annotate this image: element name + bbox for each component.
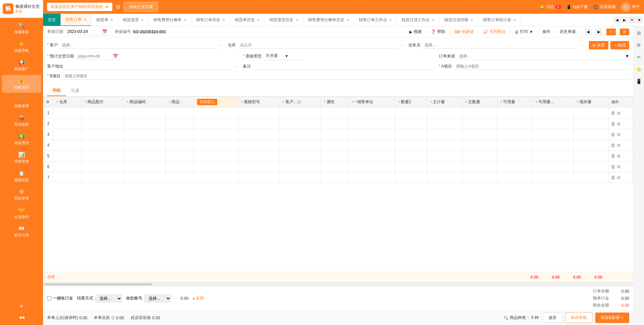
right-panel-icon-2[interactable]: ⚙	[635, 41, 643, 49]
right-panel-icon-1[interactable]: ⊞	[635, 29, 643, 37]
tab-prev-btn[interactable]: ◀	[614, 16, 620, 23]
customer-input[interactable]	[60, 42, 217, 49]
salesperson-dots[interactable]: ···	[580, 43, 583, 48]
scroll-thumb[interactable]	[44, 283, 152, 285]
print-dropdown-icon[interactable]: ▼	[529, 30, 533, 34]
b-project-input[interactable]	[63, 73, 629, 80]
ops-btn[interactable]: 操作	[542, 29, 551, 35]
save-draft-btn[interactable]: 保存草稿	[565, 313, 593, 323]
sidebar-item-search[interactable]: 🔍 搜索菜单	[2, 19, 41, 37]
row-qty2-1[interactable]	[395, 108, 427, 118]
salesperson-input[interactable]	[422, 42, 578, 49]
th-warehouse[interactable]: ⇅仓库	[53, 97, 82, 108]
table-container[interactable]: ⚙ ⇅仓库 ⇅商品图片 ⇅商品编码 ⇅商品 扫码录入 ⇅规格型号 ⇅	[43, 96, 633, 272]
calendar-icon[interactable]: 📅	[102, 29, 107, 34]
print-btn[interactable]: 🖨 打印 ▼	[515, 29, 533, 35]
right-panel-icon-4[interactable]: ⭐	[635, 65, 643, 73]
scan-btn[interactable]: 扫码录入	[197, 99, 217, 105]
tab-order-stats[interactable]: 销售订单统计表 ✕	[478, 14, 521, 26]
th-settings[interactable]: ⚙	[43, 97, 53, 108]
customer-addr-input[interactable]	[65, 63, 232, 70]
form-grid-btn[interactable]: ⊞	[620, 29, 629, 35]
tab-expense-split[interactable]: 销售费用分摊单 ✕	[149, 14, 191, 26]
horizontal-scrollbar[interactable]	[43, 282, 633, 286]
tab-close-sales-invoice[interactable]: ✕	[110, 18, 113, 22]
addr-dots[interactable]: ···	[234, 64, 237, 69]
row-spec-1[interactable]	[238, 108, 280, 118]
tab-close-invoice-history[interactable]: ✕	[257, 18, 260, 22]
delete-icon[interactable]: 🗑	[611, 143, 615, 148]
tab-daily-workbench[interactable]: 钱货日清工作台 ✕	[397, 14, 440, 26]
tab-home[interactable]: 首页	[43, 14, 61, 26]
tab-close-all-btn[interactable]: ✕	[629, 16, 635, 23]
shortcut-btn[interactable]: ⌨ 快捷键	[454, 29, 473, 35]
user-menu-btn[interactable]: U 用户	[621, 2, 640, 12]
delete-icon[interactable]: 🗑	[611, 153, 615, 159]
th-scan[interactable]: 扫码录入	[194, 97, 238, 108]
one-click-checkbox[interactable]	[47, 296, 51, 300]
row-unit-1[interactable]	[349, 108, 395, 118]
profit-btn[interactable]: 📈 毛利预估	[483, 29, 505, 35]
system-name-dropdown[interactable]: 装备及固定资产辅助管理系统 ▼	[47, 3, 112, 11]
view-btn[interactable]: ▶ 视频	[409, 29, 422, 35]
tab-order-history[interactable]: 销售订单历史 ✕	[191, 14, 230, 26]
expected-date-input[interactable]	[78, 54, 112, 58]
setting-btn[interactable]: ⚙ 放弃 设置	[589, 41, 608, 49]
sidebar-item-basic-info[interactable]: 📋 基础信息	[2, 167, 41, 185]
customer-dots[interactable]: ···	[219, 43, 222, 48]
remark-input[interactable]	[253, 63, 433, 70]
tab-next-btn[interactable]: ▶	[621, 16, 628, 23]
sidebar-item-collab[interactable]: 🤝 企业协同	[2, 204, 41, 222]
row-code-1[interactable]	[124, 108, 166, 118]
tab-close-expense-split[interactable]: ✕	[184, 18, 186, 22]
history-btn[interactable]: 历史单据	[560, 29, 576, 35]
th-main-qty[interactable]: ⇅主数量	[462, 97, 497, 108]
form-list-btn[interactable]: ≡	[606, 29, 616, 35]
th-unit[interactable]: ⇅*销售单位	[349, 97, 395, 108]
sidebar-item-system[interactable]: ⚙ 系统管理	[2, 186, 41, 204]
tab-sales-invoice[interactable]: 销货单 ✕	[91, 14, 118, 26]
tab-return-history[interactable]: 销货退货历史 ✕	[265, 14, 303, 26]
delete-icon[interactable]: 🗑	[611, 164, 615, 169]
detail-tab-summary[interactable]: 汇总	[66, 86, 85, 96]
date-input[interactable]	[67, 29, 101, 34]
tab-order-workbench[interactable]: 销售订单工作台 ✕	[354, 14, 397, 26]
copy-icon[interactable]: ⊕	[617, 175, 621, 180]
tab-close-daily-reconcile[interactable]: ✕	[470, 18, 473, 22]
sidebar-item-marketing[interactable]: 📢 营销推广	[2, 56, 41, 74]
th-customer-spec[interactable]: ⇅客户... ⓘ	[280, 97, 321, 108]
tab-close-order-stats[interactable]: ✕	[513, 18, 516, 22]
expected-calendar-icon[interactable]: 📅	[113, 54, 118, 58]
delete-icon[interactable]: 🗑	[611, 132, 615, 137]
row-main-qty-1[interactable]	[462, 108, 497, 118]
notification-btn[interactable]: 🔔 消息 9	[540, 4, 561, 10]
balance-info-icon[interactable]: ⓘ	[111, 316, 115, 320]
tab-close-return-history[interactable]: ✕	[296, 18, 298, 22]
save-new-btn[interactable]: 保存&新增 ∨	[595, 313, 629, 323]
row-image-1[interactable]	[82, 108, 124, 118]
online-service-btn[interactable]: 🎧 在线客服	[593, 4, 616, 10]
copy-icon[interactable]: ⊕	[617, 143, 621, 148]
row-current-1[interactable]	[573, 108, 609, 118]
tab-close-order-history[interactable]: ✕	[222, 18, 225, 22]
warehouse-dots[interactable]: ···	[400, 43, 403, 48]
sidebar-item-inventory[interactable]: 📦 库存核算	[2, 112, 41, 130]
sidebar-item-sales[interactable]: 💰 销售管理	[2, 75, 41, 93]
tab-daily-reconcile[interactable]: 钱货日清对账 ✕	[440, 14, 478, 26]
th-image[interactable]: ⇅商品图片	[82, 97, 124, 108]
th-code[interactable]: ⇅商品编码	[124, 97, 166, 108]
help-btn[interactable]: ❓ 帮助	[431, 29, 445, 35]
tab-invoice-history[interactable]: 销货单历史 ✕	[230, 14, 265, 26]
order-source-input[interactable]	[457, 53, 623, 60]
delete-icon[interactable]: 🗑	[611, 175, 615, 180]
payment-method-select[interactable]: 选择...	[95, 294, 122, 302]
th-spec[interactable]: ⇅规格型号	[238, 97, 280, 108]
row-scan-1[interactable]	[194, 108, 238, 118]
form-prev-btn[interactable]: ◀	[585, 29, 592, 35]
tab-close-daily-workbench[interactable]: ✕	[432, 18, 434, 22]
row-warehouse-1[interactable]	[53, 108, 82, 118]
delete-icon[interactable]: 🗑	[611, 110, 615, 116]
add-goods-btn[interactable]: ＋物流	[610, 41, 629, 49]
right-panel-icon-3[interactable]: ✏	[635, 53, 643, 61]
th-available2[interactable]: ⇅可用量...	[533, 97, 574, 108]
